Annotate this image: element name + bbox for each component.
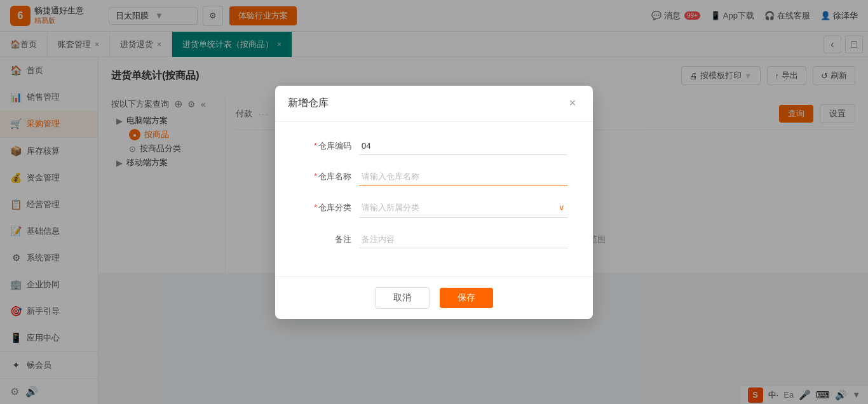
category-placeholder: 请输入所属分类 [362, 202, 419, 213]
note-input[interactable] [359, 231, 567, 248]
category-arrow-icon: ∨ [559, 203, 565, 212]
note-label: 备注 [301, 234, 351, 245]
modal-title: 新增仓库 [288, 97, 329, 110]
modal-footer: 取消 保存 [275, 276, 593, 319]
form-row-code: 仓库编码 [301, 137, 567, 155]
modal-body: 仓库编码 仓库名称 仓库分类 请输入所属分类 ∨ 备注 [275, 122, 593, 276]
cancel-button[interactable]: 取消 [375, 287, 430, 309]
save-button[interactable]: 保存 [440, 288, 493, 308]
category-label: 仓库分类 [301, 202, 351, 213]
name-input[interactable] [359, 168, 567, 185]
modal-overlay: 新增仓库 × 仓库编码 仓库名称 仓库分类 请输入所属分类 ∨ 备注 [0, 0, 868, 404]
form-row-name: 仓库名称 [301, 168, 567, 185]
modal-close-button[interactable]: × [565, 96, 580, 111]
add-warehouse-modal: 新增仓库 × 仓库编码 仓库名称 仓库分类 请输入所属分类 ∨ 备注 [275, 86, 593, 319]
name-label: 仓库名称 [301, 171, 351, 182]
category-select[interactable]: 请输入所属分类 ∨ [359, 198, 567, 218]
form-row-note: 备注 [301, 231, 567, 248]
code-label: 仓库编码 [301, 140, 351, 152]
form-row-category: 仓库分类 请输入所属分类 ∨ [301, 198, 567, 218]
modal-header: 新增仓库 × [275, 86, 593, 122]
code-input[interactable] [359, 137, 567, 155]
